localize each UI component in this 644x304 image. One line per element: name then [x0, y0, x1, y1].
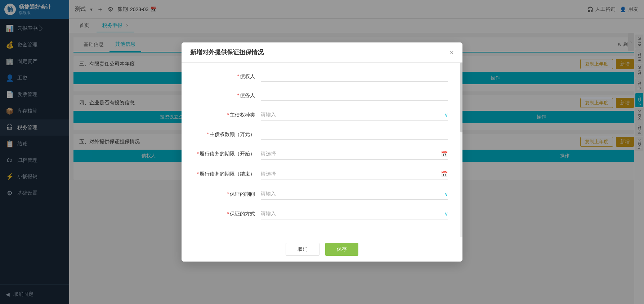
debt-type-control: 请输入 ∨	[261, 109, 448, 121]
guarantee-method-placeholder: 请输入	[261, 210, 444, 217]
modal-close-button[interactable]: ×	[450, 49, 454, 56]
debt-type-select[interactable]: 请输入 ∨	[261, 109, 448, 121]
form-row-period-end: *履行债务的期限（结束） 请选择 📅	[196, 168, 448, 180]
period-start-date[interactable]: 请选择 📅	[261, 148, 448, 160]
guarantee-period-label: *保证的期间	[196, 191, 261, 198]
debt-amount-input[interactable]	[261, 129, 448, 140]
form-row-period-start: *履行债务的期限（开始） 请选择 📅	[196, 148, 448, 160]
debt-amount-label: *主债权数额（万元）	[196, 131, 261, 138]
guarantee-method-dropdown-icon: ∨	[444, 211, 448, 217]
modal-title: 新增对外提供保证担保情况	[190, 48, 264, 56]
debt-type-dropdown-icon: ∨	[444, 112, 448, 118]
form-row-debt-type: *主债权种类 请输入 ∨	[196, 109, 448, 121]
debtor-control	[261, 90, 448, 101]
guarantee-method-select[interactable]: 请输入 ∨	[261, 208, 448, 219]
modal-header: 新增对外提供保证担保情况 ×	[182, 42, 462, 63]
modal-add-guarantee: 新增对外提供保证担保情况 × *债权人 *债务人	[182, 42, 462, 262]
guarantee-method-label: *保证的方式	[196, 211, 261, 217]
debtor-input[interactable]	[261, 90, 448, 101]
period-start-label: *履行债务的期限（开始）	[196, 151, 261, 157]
debt-type-label: *主债权种类	[196, 112, 261, 118]
modal-body: *债权人 *债务人 *主债权种类	[182, 63, 462, 237]
guarantee-method-control: 请输入 ∨	[261, 208, 448, 219]
cancel-button[interactable]: 取消	[286, 243, 319, 256]
form-row-creditor: *债权人	[196, 71, 448, 82]
modal-overlay: 新增对外提供保证担保情况 × *债权人 *债务人	[0, 0, 644, 304]
period-start-control: 请选择 📅	[261, 148, 448, 160]
modal-footer: 取消 保存	[182, 237, 462, 262]
creditor-input[interactable]	[261, 71, 448, 82]
debtor-label: *债务人	[196, 92, 261, 99]
save-button[interactable]: 保存	[325, 243, 358, 256]
period-end-control: 请选择 📅	[261, 168, 448, 180]
guarantee-period-control: 请输入 ∨	[261, 189, 448, 200]
period-end-label: *履行债务的期限（结束）	[196, 171, 261, 177]
guarantee-period-placeholder: 请输入	[261, 191, 444, 197]
creditor-control	[261, 71, 448, 82]
form-row-debtor: *债务人	[196, 90, 448, 101]
creditor-label: *债权人	[196, 73, 261, 80]
calendar-start-icon: 📅	[441, 150, 448, 157]
form-row-guarantee-period: *保证的期间 请输入 ∨	[196, 189, 448, 200]
period-end-date[interactable]: 请选择 📅	[261, 168, 448, 180]
form-row-guarantee-method: *保证的方式 请输入 ∨	[196, 208, 448, 219]
period-end-placeholder: 请选择	[261, 171, 441, 177]
guarantee-period-select[interactable]: 请输入 ∨	[261, 189, 448, 200]
period-start-placeholder: 请选择	[261, 151, 441, 157]
debt-type-placeholder: 请输入	[261, 112, 444, 118]
form-row-debt-amount: *主债权数额（万元）	[196, 129, 448, 140]
calendar-end-icon: 📅	[441, 171, 448, 177]
debt-amount-control	[261, 129, 448, 140]
guarantee-period-dropdown-icon: ∨	[444, 191, 448, 197]
